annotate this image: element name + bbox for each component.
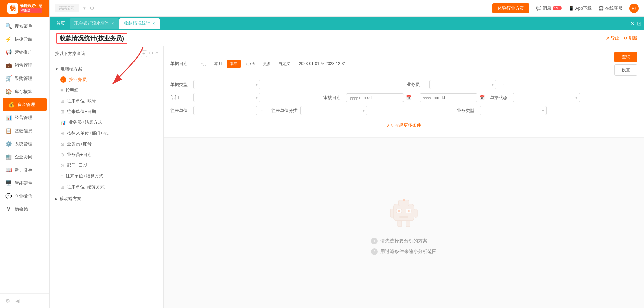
audit-date-start[interactable] xyxy=(346,93,404,102)
biz-type-select[interactable] xyxy=(480,106,547,115)
notification-area[interactable]: 💬 消息 99+ xyxy=(536,5,562,11)
sidebar-item-enterprise[interactable]: 🏢 企业协同 xyxy=(0,150,49,163)
phone-icon: 📱 xyxy=(569,6,574,11)
partner-settle1-icon: ≡ xyxy=(60,173,63,179)
partner-date-icon: ⊞ xyxy=(60,109,64,114)
sidebar-item-finance[interactable]: 💰 资金管理 xyxy=(3,98,47,111)
tab-bank[interactable]: 现金银行流水查询 ✕ xyxy=(70,18,119,29)
user-avatar[interactable]: Rit xyxy=(629,4,639,13)
partner-group: 往来单位 ··· xyxy=(170,106,266,115)
search-icon: 🔍 xyxy=(5,23,12,29)
maximize-icon[interactable]: ⊡ xyxy=(637,20,641,27)
audit-date-end[interactable] xyxy=(420,93,477,102)
doc-type-select[interactable] xyxy=(193,80,260,89)
scheme-item-partner-account[interactable]: ⊞ 往来单位+账号 xyxy=(50,96,163,106)
scheme-group-desktop-title[interactable]: ▼ 电脑端方案 xyxy=(50,64,163,74)
close-all-tabs-icon[interactable]: ✕ xyxy=(630,20,634,27)
svg-rect-11 xyxy=(406,221,410,227)
scheme-item-partner-date[interactable]: ⊞ 往来单位+日期 xyxy=(50,106,163,117)
scheme-item-salesperson-account[interactable]: ⊠ 业务员+账号 xyxy=(50,139,163,149)
close-receipt-tab-icon[interactable]: ✕ xyxy=(152,22,155,25)
sidebar-settings-icon[interactable]: ⚙ xyxy=(5,298,10,304)
settings-button[interactable]: 设置 xyxy=(614,64,637,76)
partner-input[interactable] xyxy=(193,106,257,115)
svg-rect-9 xyxy=(414,209,417,217)
sidebar-item-quick[interactable]: ⚡ 快捷导航 xyxy=(0,33,49,46)
scheme-item-partner-dept[interactable]: ⊞ 按往来单位+部门+收... xyxy=(50,128,163,139)
date-tab-prev-month[interactable]: 上月 xyxy=(196,60,210,68)
app-download[interactable]: 📱 App下载 xyxy=(569,5,592,11)
trial-button[interactable]: 体验行业方案 xyxy=(492,3,529,13)
date-tab-last7[interactable]: 近7天 xyxy=(242,60,259,68)
calendar-start-icon[interactable]: 📅 xyxy=(406,95,411,100)
sidebar-collapse-icon[interactable]: ◀ xyxy=(15,298,19,304)
sidebar-item-operations[interactable]: 📊 经营管理 xyxy=(0,111,49,124)
export-button[interactable]: ↗ 导出 xyxy=(606,35,620,41)
scheme-group-mobile-title[interactable]: ▶ 移动端方案 xyxy=(50,194,163,204)
partner-account-icon: ⊞ xyxy=(60,98,64,104)
salesperson-more-icon[interactable]: ··· xyxy=(499,82,505,87)
salesperson-select[interactable] xyxy=(429,80,496,89)
panel-collapse-icon[interactable]: « xyxy=(155,50,158,57)
sidebar-item-purchase[interactable]: 🛒 采购管理 xyxy=(0,72,49,85)
right-panel: 单据日期 上月 本月 本年 近7天 更多 自定义 2023-01-01 至 20… xyxy=(164,46,644,308)
sidebar-item-sales[interactable]: 💼 销售管理 xyxy=(0,59,49,72)
query-actions: 查询 设置 xyxy=(614,52,637,76)
sales-icon: 💼 xyxy=(5,62,12,68)
sidebar-item-guide[interactable]: 📖 新手引导 xyxy=(0,163,49,176)
scheme-item-partner-settle2[interactable]: ⊞ 往来单位+结算方式 xyxy=(50,182,163,192)
collapse-filters-button[interactable]: ∧∧ 收起更多条件 xyxy=(170,119,637,132)
guide-icon: 📖 xyxy=(5,167,12,173)
date-tab-custom[interactable]: 自定义 xyxy=(275,60,293,68)
partner-class-label: 往来单位分类 xyxy=(271,108,298,114)
close-bank-tab-icon[interactable]: ✕ xyxy=(111,22,114,25)
audit-date-group: 审核日期 📅 — 📅 xyxy=(323,93,485,102)
sidebar-item-marketing[interactable]: 📢 营销推广 xyxy=(0,46,49,59)
sidebar-bottom: ⚙ ◀ xyxy=(0,293,49,308)
scheme-item-partner-settle1[interactable]: ≡ 往来单位+结算方式 xyxy=(50,171,163,182)
partner-settle2-icon: ⊞ xyxy=(60,184,64,190)
scheme-settings-icon[interactable]: ⚙ xyxy=(149,50,153,57)
step-1-number: 1 xyxy=(371,238,378,244)
refresh-button[interactable]: ↻ 刷新 xyxy=(624,35,637,41)
dept-group: 部门 xyxy=(170,93,318,102)
add-scheme-button[interactable]: + xyxy=(141,50,147,57)
sidebar-item-system[interactable]: ⚙️ 系统管理 xyxy=(0,137,49,150)
tab-home[interactable]: 首页 xyxy=(52,18,69,29)
tab-controls: ✕ ⊡ xyxy=(630,20,641,27)
sidebar-item-hardware[interactable]: 🖥️ 智能硬件 xyxy=(0,176,49,190)
query-button[interactable]: 查询 xyxy=(614,52,637,62)
scheme-item-by-salesperson[interactable]: ⏱ 按业务员 xyxy=(50,74,163,85)
sidebar-item-inventory[interactable]: 🏠 库存核算 xyxy=(0,85,49,98)
doc-status-select[interactable] xyxy=(513,93,580,102)
scheme-item-salesperson-date[interactable]: ⊙ 业务员+日期 xyxy=(50,149,163,160)
online-service[interactable]: 🎧 在线客服 xyxy=(598,5,623,11)
partner-more-icon[interactable]: ··· xyxy=(260,108,266,113)
enterprise-icon: 🏢 xyxy=(5,154,12,160)
sidebar-item-wechat[interactable]: 💬 企业微信 xyxy=(0,190,49,203)
sidebar-item-basic[interactable]: 📋 基础信息 xyxy=(0,124,49,137)
sidebar-item-member[interactable]: V 畅会员 xyxy=(0,203,49,215)
calendar-end-icon[interactable]: 📅 xyxy=(479,95,485,100)
dept-select[interactable] xyxy=(193,93,260,102)
date-tab-more[interactable]: 更多 xyxy=(260,60,274,68)
sidebar-item-search[interactable]: 🔍 搜索菜单 xyxy=(0,19,49,33)
system-icon: ⚙️ xyxy=(5,141,12,147)
partner-class-select[interactable] xyxy=(300,106,367,115)
date-tab-this-month[interactable]: 本月 xyxy=(211,60,225,68)
biz-type-group: 业务类型 xyxy=(457,106,637,115)
salesperson-group: 业务员 ··· xyxy=(407,80,637,89)
scheme-item-dept-date[interactable]: ⊙ 部门+日期 xyxy=(50,160,163,171)
settings-icon[interactable]: ⚙ xyxy=(90,5,94,11)
headset-icon: 🎧 xyxy=(598,6,604,11)
audit-date-label: 审核日期 xyxy=(323,95,343,101)
date-tab-this-year[interactable]: 本年 xyxy=(227,60,241,68)
chevron-down-icon: ▼ xyxy=(55,67,58,71)
dropdown-icon[interactable]: ▾ xyxy=(83,6,86,11)
tab-receipt[interactable]: 收款情况统计 ✕ xyxy=(119,18,160,29)
svg-point-6 xyxy=(408,210,410,212)
scheme-item-salesperson-settle[interactable]: 📊 业务员+结算方式 xyxy=(50,117,163,128)
doc-type-label: 单据类型 xyxy=(170,82,191,88)
scheme-item-by-detail[interactable]: ≡ 按明细 xyxy=(50,85,163,96)
header-right: 体验行业方案 💬 消息 99+ 📱 App下载 🎧 在线客服 Rit xyxy=(492,3,639,13)
